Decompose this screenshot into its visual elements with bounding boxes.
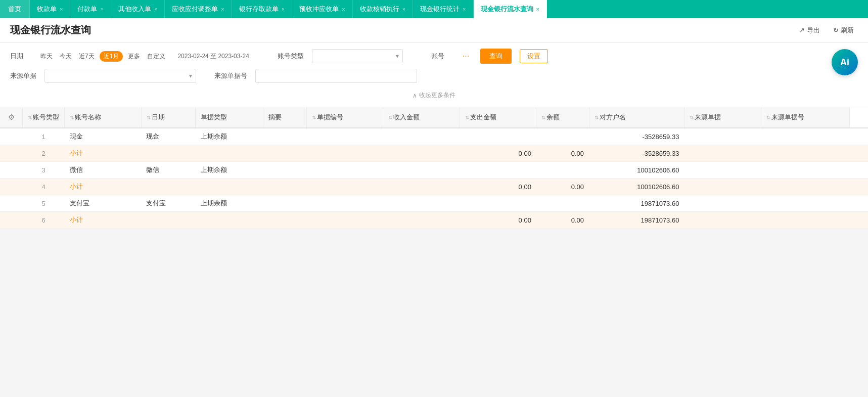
nav-bank-deposit[interactable]: 银行存取款单 × [232, 0, 292, 18]
nav-other-income[interactable]: 其他收入单 × [111, 0, 165, 18]
date-btn-yesterday[interactable]: 昨天 [38, 51, 55, 62]
cell-balance: 100102606.60 [589, 179, 684, 195]
col-source-doc: ⇅来源单据 [684, 107, 761, 128]
nav-receipt-exec[interactable]: 收款核销执行 × [353, 0, 413, 18]
collapse-bar[interactable]: ∧ 收起更多条件 [10, 88, 858, 101]
table-row[interactable]: 4小计0.000.00100102606.60 [0, 179, 868, 195]
date-btn-custom[interactable]: 自定义 [145, 51, 167, 62]
data-table: ⚙ ⇅账号类型 ⇅账号名称 ⇅日期 单据类型 摘要 ⇅单据编号 ⇅收入金额 ⇅支… [0, 107, 868, 229]
date-btn-today[interactable]: 今天 [58, 51, 74, 62]
cell-date [196, 145, 263, 162]
filter-row-2: 来源单据 来源单据号 [10, 69, 858, 83]
date-btn-1month[interactable]: 近1月 [100, 51, 123, 62]
cell-income: 0.00 [460, 179, 536, 195]
close-icon[interactable]: × [463, 6, 466, 12]
cell-doc-no [383, 195, 460, 212]
cell-source-doc-no [849, 212, 868, 229]
export-button[interactable]: ↗ 导出 [795, 24, 824, 37]
row-number: 2 [23, 145, 65, 162]
cell-source-doc [761, 195, 849, 212]
export-icon: ↗ [799, 26, 805, 34]
close-icon[interactable]: × [282, 6, 285, 12]
cell-doc-no [383, 145, 460, 162]
date-btn-more[interactable]: 更多 [126, 51, 142, 62]
close-icon[interactable]: × [60, 6, 63, 12]
col-account-name: ⇅账号名称 [65, 107, 142, 128]
cell-doc-no [383, 128, 460, 145]
account-type-select[interactable]: 现金 微信 支付宝 [312, 49, 403, 63]
col-summary: 摘要 [263, 107, 306, 128]
cell-account-name [141, 212, 196, 229]
cell-expense: 0.00 [536, 145, 589, 162]
account-picker-button[interactable]: ··· [460, 51, 472, 62]
col-doc-type: 单据类型 [196, 107, 263, 128]
nav-cash-bank-flow[interactable]: 现金银行流水查询 × [474, 0, 547, 18]
nav-payments[interactable]: 付款单 × [70, 0, 111, 18]
cell-gear [0, 179, 23, 195]
close-icon[interactable]: × [154, 6, 157, 12]
date-btn-7days[interactable]: 近7天 [77, 51, 97, 62]
cell-balance: 100102606.60 [589, 162, 684, 179]
row-number: 3 [23, 162, 65, 179]
table-row[interactable]: 5支付宝支付宝上期余额19871073.60 [0, 195, 868, 212]
gear-icon[interactable]: ⚙ [5, 111, 17, 123]
filter-area: 日期 昨天 今天 近7天 近1月 更多 自定义 2023-02-24 至 202… [0, 42, 868, 107]
close-icon[interactable]: × [402, 6, 405, 12]
cell-gear [0, 162, 23, 179]
close-icon[interactable]: × [536, 6, 539, 12]
cell-account-type: 小计 [65, 145, 142, 162]
col-expense: ⇅支出金额 [460, 107, 536, 128]
cell-date: 上期余额 [196, 128, 263, 145]
nav-receipts[interactable]: 收款单 × [30, 0, 70, 18]
cell-account-name [141, 179, 196, 195]
refresh-button[interactable]: ↻ 刷新 [829, 24, 858, 37]
table-row[interactable]: 1现金现金上期余额-3528659.33 [0, 128, 868, 145]
close-icon[interactable]: × [221, 6, 224, 12]
refresh-icon: ↻ [833, 26, 839, 34]
cell-doc-no [383, 179, 460, 195]
cell-doc-type [263, 212, 306, 229]
cell-date [196, 179, 263, 195]
col-counterparty: ⇅对方户名 [589, 107, 684, 128]
top-nav: 首页 收款单 × 付款单 × 其他收入单 × 应收应付调整单 × 银行存取款单 … [0, 0, 868, 18]
cell-account-type: 小计 [65, 212, 142, 229]
cell-expense: 0.00 [536, 179, 589, 195]
nav-advance-offset[interactable]: 预收冲应收单 × [292, 0, 352, 18]
nav-cash-bank-stat[interactable]: 现金银行统计 × [413, 0, 473, 18]
cell-account-type: 微信 [65, 162, 142, 179]
cell-date [196, 212, 263, 229]
cell-summary [306, 162, 383, 179]
table-row[interactable]: 2小计0.000.00-3528659.33 [0, 145, 868, 162]
nav-ar-ap-adjust[interactable]: 应收应付调整单 × [165, 0, 232, 18]
cell-balance: 19871073.60 [589, 212, 684, 229]
table-row[interactable]: 6小计0.000.0019871073.60 [0, 212, 868, 229]
close-icon[interactable]: × [342, 6, 345, 12]
cell-source-doc [761, 128, 849, 145]
table-container: ⚙ ⇅账号类型 ⇅账号名称 ⇅日期 单据类型 摘要 ⇅单据编号 ⇅收入金额 ⇅支… [0, 107, 868, 229]
col-gear: ⚙ [0, 107, 23, 128]
nav-home[interactable]: 首页 [0, 0, 30, 18]
query-button[interactable]: 查询 [480, 49, 512, 64]
cell-source-doc-no [849, 162, 868, 179]
settings-button[interactable]: 设置 [520, 49, 548, 63]
cell-income [460, 162, 536, 179]
ai-assistant-button[interactable]: Ai [832, 49, 858, 75]
cell-source-doc [761, 179, 849, 195]
account-label: 账号 [431, 52, 451, 61]
cell-counterparty [684, 145, 761, 162]
close-icon[interactable]: × [100, 6, 103, 12]
table-row[interactable]: 3微信微信上期余额100102606.60 [0, 162, 868, 179]
cell-source-doc-no [849, 145, 868, 162]
cell-source-doc [761, 162, 849, 179]
source-doc-no-input[interactable] [255, 69, 417, 83]
cell-doc-type [263, 162, 306, 179]
cell-counterparty [684, 212, 761, 229]
cell-doc-type [263, 145, 306, 162]
cell-account-name [141, 145, 196, 162]
col-source-doc-no: ⇅来源单据号 [761, 107, 849, 128]
cell-account-type: 现金 [65, 128, 142, 145]
col-date: ⇅日期 [141, 107, 196, 128]
source-doc-select[interactable] [44, 69, 196, 83]
cell-balance: -3528659.33 [589, 145, 684, 162]
row-number: 6 [23, 212, 65, 229]
